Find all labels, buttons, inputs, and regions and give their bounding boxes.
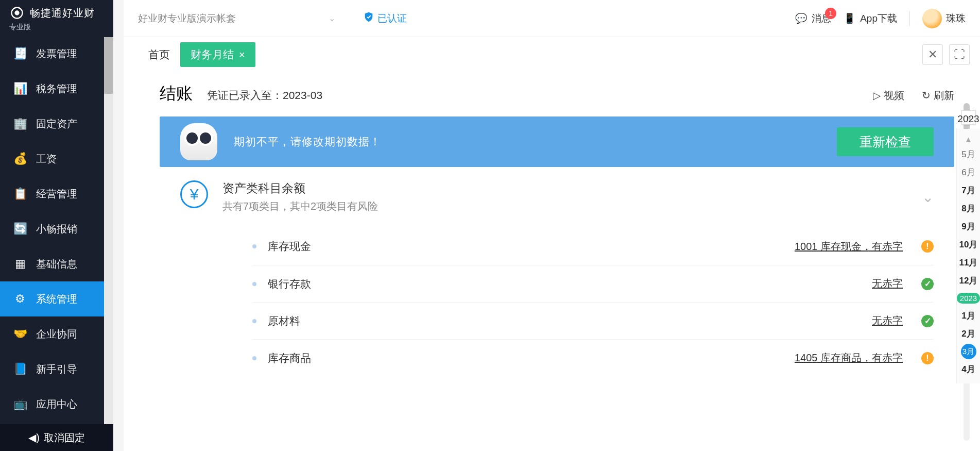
tab-financial-close[interactable]: 财务月结 × xyxy=(180,42,255,67)
tabs-row: 首页 财务月结 × ✕ ⛶ xyxy=(124,37,980,72)
timeline-month[interactable]: 9月 xyxy=(961,219,975,235)
timeline-month[interactable]: 6月 xyxy=(961,164,975,180)
tab-label: 首页 xyxy=(148,47,170,62)
check-detail-link[interactable]: 1001 库存现金，有赤字 xyxy=(795,240,903,254)
bullet-icon xyxy=(252,356,256,360)
check-detail-link[interactable]: 无赤字 xyxy=(872,314,903,328)
sidebar-item-tax[interactable]: 📊 税务管理 xyxy=(0,71,113,106)
check-row: 银行存款 无赤字 ✓ xyxy=(252,265,934,302)
check-name: 库存现金 xyxy=(268,239,311,254)
user-menu[interactable]: 珠珠 xyxy=(922,9,966,28)
status-ok-icon: ✓ xyxy=(921,278,934,290)
timeline-month[interactable]: 11月 xyxy=(959,255,978,271)
speaker-icon: ◀) xyxy=(28,431,40,444)
timeline-month[interactable]: 1月 xyxy=(961,308,975,324)
bullet-icon xyxy=(252,244,256,248)
timeline-month[interactable]: 2月 xyxy=(961,326,975,342)
sidebar-item-collab[interactable]: 🤝 企业协同 xyxy=(0,316,113,352)
check-detail-link[interactable]: 无赤字 xyxy=(872,277,903,291)
apps-icon: 📺 xyxy=(13,397,27,411)
expense-icon: 🔄 xyxy=(13,222,27,236)
section-asset-balance: ¥ 资产类科目余额 共有7项类目，其中2项类目有风险 ⌄ xyxy=(160,167,954,219)
sidebar-item-label: 发票管理 xyxy=(36,47,77,61)
timeline-month[interactable]: 4月 xyxy=(961,361,975,377)
chevron-down-icon: ⌄ xyxy=(329,13,335,23)
tab-home[interactable]: 首页 xyxy=(138,42,180,67)
tab-close-all-button[interactable]: ✕ xyxy=(922,44,943,65)
period-timeline: 2023 ▲ 5月 6月 7月 8月 9月 10月 11月 12月 2023 1… xyxy=(956,129,980,383)
building-icon: 🏢 xyxy=(13,117,27,130)
video-label: 视频 xyxy=(884,89,904,103)
sidebar-header: 畅捷通好业财 xyxy=(0,0,113,23)
sidebar-item-system[interactable]: ⚙ 系统管理 xyxy=(0,281,113,316)
tab-fullscreen-button[interactable]: ⛶ xyxy=(949,44,970,65)
sidebar-scrollbar[interactable] xyxy=(104,37,113,424)
sidebar-item-expense[interactable]: 🔄 小畅报销 xyxy=(0,211,113,246)
divider xyxy=(909,11,910,26)
guide-icon: 📘 xyxy=(13,362,27,376)
sidebar-item-label: 应用中心 xyxy=(36,397,77,411)
sidebar-unpin-button[interactable]: ◀) 取消固定 xyxy=(0,424,113,451)
page-title: 结账 xyxy=(160,82,193,105)
check-detail-link[interactable]: 1405 库存商品，有赤字 xyxy=(795,351,903,365)
yen-icon: ¥ xyxy=(180,180,208,208)
timeline-month[interactable]: 7月 xyxy=(961,182,975,198)
play-icon: ▷ xyxy=(873,89,881,102)
recheck-button[interactable]: 重新检查 xyxy=(837,127,934,156)
refresh-button[interactable]: ↻ 刷新 xyxy=(922,89,954,103)
account-selector[interactable]: 好业财专业版演示帐套 ⌄ xyxy=(138,12,335,25)
invoice-icon: 🧾 xyxy=(13,47,27,60)
sidebar-item-apps[interactable]: 📺 应用中心 xyxy=(0,387,113,422)
sidebar-item-label: 新手引导 xyxy=(36,362,77,376)
svg-point-1 xyxy=(15,11,19,15)
chevron-up-icon[interactable]: ▲ xyxy=(965,135,973,144)
app-download-button[interactable]: 📱 App下载 xyxy=(844,12,897,25)
check-row: 库存商品 1405 库存商品，有赤字 ! xyxy=(252,339,934,376)
sidebar-item-label: 基础信息 xyxy=(36,257,77,271)
refresh-label: 刷新 xyxy=(934,89,954,103)
sidebar-item-label: 工资 xyxy=(36,152,57,166)
clipboard-icon: 📋 xyxy=(13,187,27,201)
video-link[interactable]: ▷ 视频 xyxy=(873,89,904,103)
timeline-month[interactable]: 5月 xyxy=(961,146,975,162)
timeline-month[interactable]: 10月 xyxy=(959,237,978,253)
timeline-month[interactable]: 8月 xyxy=(961,201,975,216)
messages-button[interactable]: 💬 消息 1 xyxy=(795,12,831,25)
topbar: 好业财专业版演示帐套 ⌄ 已认证 💬 消息 1 📱 App下载 珠珠 xyxy=(124,0,980,37)
alert-text: 期初不平，请修改期初数据！ xyxy=(234,135,381,149)
close-icon[interactable]: × xyxy=(239,49,245,61)
avatar xyxy=(922,9,942,28)
check-name: 库存商品 xyxy=(268,351,311,365)
sidebar-item-label: 系统管理 xyxy=(36,292,77,306)
page-header: 结账 凭证已录入至：2023-03 ▷ 视频 ↻ 刷新 xyxy=(160,82,954,105)
check-list: 库存现金 1001 库存现金，有赤字 ! 银行存款 无赤字 ✓ 原材料 无赤字 … xyxy=(160,219,954,376)
check-name: 银行存款 xyxy=(268,277,311,291)
close-icon: ✕ xyxy=(928,48,937,61)
edition-label: 专业版 xyxy=(0,23,113,36)
chevron-down-icon[interactable]: ⌄ xyxy=(922,189,934,206)
section-title: 资产类科目余额 xyxy=(222,180,922,196)
expand-icon: ⛶ xyxy=(954,48,965,61)
shield-icon xyxy=(363,11,374,25)
verified-label: 已认证 xyxy=(377,12,407,25)
sidebar-item-label: 经营管理 xyxy=(36,187,77,201)
page-subtitle: 凭证已录入至：2023-03 xyxy=(207,88,322,103)
sidebar-item-salary[interactable]: 💰 工资 xyxy=(0,141,113,176)
sidebar-menu: 🧾 发票管理 📊 税务管理 🏢 固定资产 💰 工资 📋 经营管理 🔄 小畅报销 … xyxy=(0,36,113,424)
section-subtitle: 共有7项类目，其中2项类目有风险 xyxy=(222,199,922,213)
sidebar-item-guide[interactable]: 📘 新手引导 xyxy=(0,352,113,387)
sidebar-item-business[interactable]: 📋 经营管理 xyxy=(0,176,113,211)
gear-icon: ⚙ xyxy=(13,292,27,306)
status-ok-icon: ✓ xyxy=(921,315,934,327)
sidebar-item-basic-info[interactable]: ▦ 基础信息 xyxy=(0,246,113,281)
timeline-year-label: 2023 xyxy=(957,113,979,125)
timeline-month[interactable]: 12月 xyxy=(959,273,978,289)
collab-icon: 🤝 xyxy=(13,327,27,341)
sidebar-item-fixed-assets[interactable]: 🏢 固定资产 xyxy=(0,106,113,141)
chat-icon: 💬 xyxy=(795,12,807,24)
timeline-year-badge[interactable]: 2023 xyxy=(957,293,980,304)
bullet-icon xyxy=(252,319,256,323)
verified-badge[interactable]: 已认证 xyxy=(363,11,407,25)
sidebar-item-invoice[interactable]: 🧾 发票管理 xyxy=(0,36,113,71)
timeline-current-month[interactable]: 3月 xyxy=(961,344,976,359)
